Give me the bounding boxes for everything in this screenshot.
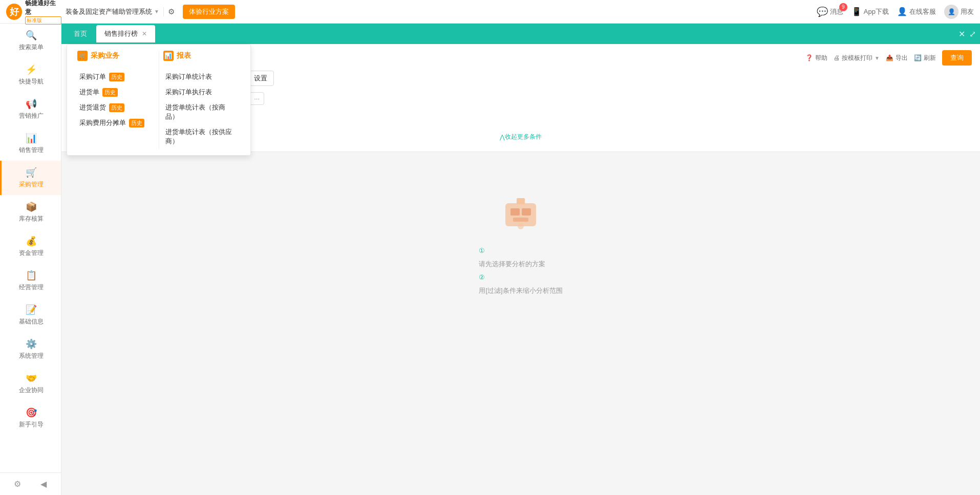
- tab-bar: 首页 销售排行榜 ✕ ✕ ⤢: [61, 24, 980, 44]
- avatar-img: 👤: [944, 5, 958, 19]
- print-btn[interactable]: 🖨 按模板打印 ▼: [834, 54, 880, 62]
- tab-bar-actions: ✕ ⤢: [958, 29, 976, 39]
- sidebar-item-sales[interactable]: 📊 销售管理: [0, 126, 61, 161]
- system-dropdown-arrow: ▼: [154, 9, 159, 14]
- sidebar-collapse-btn[interactable]: ◀: [33, 479, 55, 489]
- sidebar-item-system[interactable]: ⚙️ 系统管理: [0, 332, 61, 367]
- logo: 好 畅捷通好生意 标准版: [6, 0, 61, 25]
- toolbar-right: ❓ 帮助 🖨 按模板打印 ▼ 📤 导出 🔄: [805, 50, 972, 66]
- topbar-right: 💬 9 消息 📱 App下载 👤 在线客服 👤 用友: [817, 5, 974, 19]
- dropdown-purchase-order-exec[interactable]: 采购订单执行表: [163, 84, 241, 100]
- empty-state: ① 请先选择要分析的方案 ② 用[过滤]条件来缩小分析范围: [61, 152, 980, 338]
- collapse-icon: ⋀: [500, 134, 505, 141]
- export-btn[interactable]: 📤 导出: [886, 54, 908, 62]
- purchase-icon: 🛒: [26, 167, 37, 178]
- report-col: 📊 报表 采购订单统计表 采购订单执行表 进货单统计表（按商品） 进货单统计表（…: [159, 51, 245, 149]
- empty-hint: ① 请先选择要分析的方案 ② 用[过滤]条件来缩小分析范围: [479, 244, 562, 297]
- sidebar-item-basic[interactable]: 📝 基础信息: [0, 298, 61, 332]
- topbar: 好 畅捷通好生意 标准版 装备及固定资产辅助管理系统 ▼ ⚙ 体验行业方案 💬 …: [0, 0, 980, 24]
- history-badge-2: 历史: [109, 103, 124, 112]
- help-btn[interactable]: ❓ 帮助: [805, 54, 827, 62]
- sidebar-item-search[interactable]: 🔍 搜索菜单: [0, 24, 61, 58]
- purchase-dropdown-menu: 🛒 采购业务 采购订单 历史 进货单 历史 进货退货 历史 采购费用分摊单 历史: [67, 44, 251, 156]
- help-icon: ❓: [805, 54, 813, 61]
- history-badge-3: 历史: [129, 119, 144, 127]
- sidebar-item-finance[interactable]: 💰 资金管理: [0, 229, 61, 264]
- logo-icon: 好: [6, 4, 22, 20]
- svg-rect-4: [517, 198, 525, 204]
- purchase-col: 🛒 采购业务 采购订单 历史 进货单 历史 进货退货 历史 采购费用分摊单 历史: [73, 51, 159, 149]
- sidebar-item-purchase[interactable]: 🛒 采购管理: [0, 161, 61, 195]
- empty-illustration: [495, 193, 546, 234]
- enterprise-icon: 🤝: [26, 373, 37, 384]
- dropdown-stock-in[interactable]: 进货单 历史: [77, 84, 155, 100]
- logo-text: 畅捷通好生意 标准版: [25, 0, 61, 25]
- history-badge-1: 历史: [102, 88, 118, 97]
- tab-close-btn[interactable]: ✕: [142, 30, 147, 37]
- sidebar-item-newbie[interactable]: 🎯 新手引导: [0, 401, 61, 435]
- empty-hint-1: ① 请先选择要分析的方案: [479, 244, 562, 271]
- operations-icon: 📋: [26, 270, 37, 281]
- sidebar-item-operations[interactable]: 📋 经营管理: [0, 264, 61, 298]
- svg-rect-1: [510, 208, 520, 216]
- dropdown-stock-stats-goods[interactable]: 进货单统计表（按商品）: [163, 100, 241, 124]
- sidebar-item-marketing[interactable]: 📢 营销推广: [0, 92, 61, 126]
- dropdown-stock-stats-supplier[interactable]: 进货单统计表（按供应商）: [163, 124, 241, 149]
- print-icon: 🖨: [834, 54, 840, 61]
- dropdown-purchase-order[interactable]: 采购订单 历史: [77, 69, 155, 84]
- marketing-icon: 📢: [26, 98, 37, 110]
- system-selector[interactable]: 装备及固定资产辅助管理系统 ▼: [61, 7, 164, 16]
- sidebar-settings-btn[interactable]: ⚙: [6, 479, 29, 489]
- svg-point-5: [518, 223, 524, 229]
- purchase-col-title: 🛒 采购业务: [77, 51, 155, 64]
- tab-home[interactable]: 首页: [66, 25, 95, 42]
- sidebar-bottom: ⚙ ◀: [0, 472, 61, 495]
- salesperson-dots: ···: [254, 95, 260, 102]
- online-service-btn[interactable]: 👤 在线客服: [897, 7, 936, 16]
- app-download-btn[interactable]: 📱 App下载: [851, 7, 889, 16]
- message-icon-btn[interactable]: 💬 9 消息: [817, 6, 843, 17]
- dropdown-stock-return[interactable]: 进货退货 历史: [77, 100, 155, 115]
- refresh-btn[interactable]: 🔄 刷新: [914, 54, 936, 62]
- empty-hint-2: ② 用[过滤]条件来缩小分析范围: [479, 271, 562, 297]
- basic-info-icon: 📝: [26, 304, 37, 315]
- sidebar-item-quick[interactable]: ⚡ 快捷导航: [0, 58, 61, 92]
- newbie-icon: 🎯: [26, 407, 37, 418]
- report-col-icon: 📊: [163, 51, 174, 61]
- dropdown-cols: 🛒 采购业务 采购订单 历史 进货单 历史 进货退货 历史 采购费用分摊单 历史: [73, 51, 244, 149]
- inventory-icon: 📦: [26, 201, 37, 212]
- tab-maximize-btn[interactable]: ⤢: [969, 29, 976, 39]
- svg-rect-3: [513, 218, 528, 222]
- solution-button[interactable]: 体验行业方案: [183, 5, 235, 19]
- settings-gear[interactable]: ⚙: [164, 7, 179, 16]
- refresh-icon: 🔄: [914, 54, 922, 61]
- sidebar: 🔍 搜索菜单 ⚡ 快捷导航 📢 营销推广 📊 销售管理 🛒 采购管理 📦 库存核…: [0, 24, 61, 495]
- system-icon: ⚙️: [26, 338, 37, 350]
- export-icon: 📤: [886, 54, 893, 61]
- print-dropdown-arrow: ▼: [875, 55, 880, 61]
- history-badge-0: 历史: [109, 73, 124, 81]
- dropdown-purchase-expense[interactable]: 采购费用分摊单 历史: [77, 115, 155, 131]
- sales-icon: 📊: [26, 133, 37, 144]
- settings-btn[interactable]: 设置: [247, 71, 274, 86]
- dropdown-purchase-order-stats[interactable]: 采购订单统计表: [163, 69, 241, 84]
- search-icon: 🔍: [26, 30, 37, 41]
- query-btn[interactable]: 查询: [942, 50, 972, 66]
- quick-nav-icon: ⚡: [26, 64, 37, 75]
- sidebar-item-inventory[interactable]: 📦 库存核算: [0, 195, 61, 229]
- sidebar-item-enterprise[interactable]: 🤝 企业协同: [0, 367, 61, 401]
- report-col-title: 📊 报表: [163, 51, 241, 64]
- finance-icon: 💰: [26, 235, 37, 247]
- tab-close-page-btn[interactable]: ✕: [958, 29, 965, 39]
- svg-rect-2: [522, 208, 531, 216]
- purchase-col-icon: 🛒: [77, 51, 88, 61]
- user-avatar[interactable]: 👤 用友: [944, 5, 974, 19]
- svg-rect-0: [505, 203, 536, 226]
- tab-sales-rank[interactable]: 销售排行榜 ✕: [96, 25, 155, 42]
